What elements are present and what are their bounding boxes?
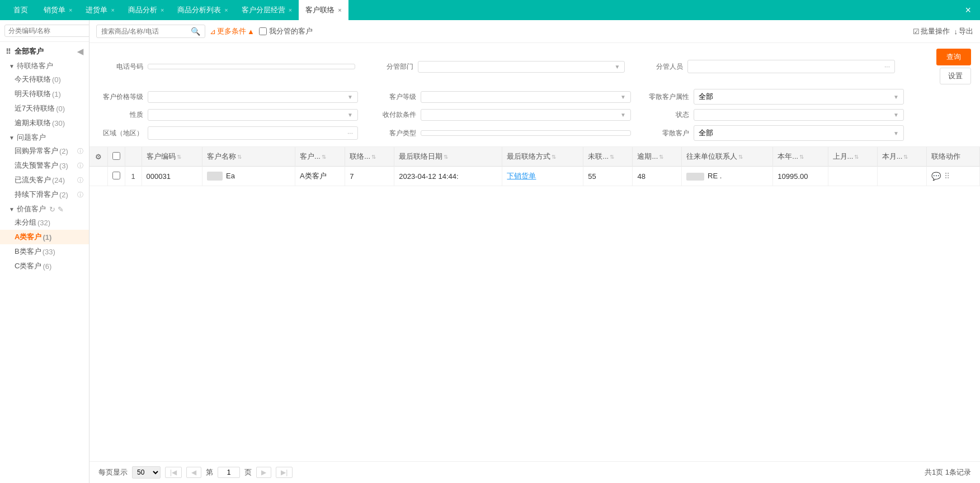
close-purchase-tab[interactable]: ×	[111, 7, 114, 13]
filter-person-input[interactable]: ···	[687, 60, 895, 73]
close-customer-tier-tab[interactable]: ×	[289, 7, 292, 13]
sort-overdue-icon: ⇅	[659, 154, 663, 160]
sidebar-item-ungroup[interactable]: 未分组 (32)	[0, 215, 89, 230]
setting-btn[interactable]: 设置	[940, 68, 971, 84]
col-category[interactable]: 客户... ⇅	[295, 147, 345, 167]
filter-customer-grade-select[interactable]: ▼	[421, 91, 631, 103]
retail-cust-arrow-icon: ▼	[893, 130, 899, 136]
col-gear[interactable]: ⚙	[89, 147, 107, 167]
refresh-value-icon[interactable]: ↻	[49, 205, 55, 214]
filter-retail-customer-select[interactable]: 全部 ▼	[694, 125, 904, 141]
batch-op-btn[interactable]: ☑ 批量操作	[913, 26, 950, 36]
info-icon-declining[interactable]: ⓘ	[77, 191, 83, 199]
filter-status-select[interactable]: ▼	[694, 109, 904, 121]
filter-customer-type-input[interactable]	[421, 130, 631, 136]
sort-contact-icon: ⇅	[371, 154, 376, 160]
col-this-month[interactable]: 本月... ⇅	[877, 147, 926, 167]
my-customers-checkbox[interactable]	[259, 27, 267, 35]
close-product-list-tab[interactable]: ×	[224, 7, 228, 13]
sidebar-item-today[interactable]: 今天待联络 (0)	[0, 72, 89, 87]
filter-retail-attr-select[interactable]: 全部 ▼	[694, 89, 904, 105]
table-header: ⚙ 客户编码 ⇅	[89, 147, 980, 167]
query-btn[interactable]: 查询	[936, 49, 971, 65]
select-all-checkbox[interactable]	[112, 152, 120, 160]
table-scroll[interactable]: ⚙ 客户编码 ⇅	[89, 147, 980, 461]
row-checkbox[interactable]	[112, 172, 120, 179]
col-last-method[interactable]: 最后联络方式 ⇅	[502, 147, 583, 167]
group-problem-customers[interactable]: ▼ 问题客户	[0, 130, 89, 144]
filter-price-grade-select[interactable]: ▼	[148, 91, 358, 103]
sidebar-item-class-a[interactable]: A类客户 (1)	[0, 230, 89, 244]
filter-payment-select[interactable]: ▼	[421, 109, 631, 121]
chat-icon[interactable]: 💬	[931, 172, 941, 181]
filter-dept-select[interactable]: ▼	[418, 61, 625, 73]
nav-purchase[interactable]: 进货单 ×	[79, 0, 121, 20]
filter-search-input[interactable]	[101, 27, 191, 35]
filter-search-icon[interactable]: 🔍	[191, 27, 200, 36]
nav-sales[interactable]: 销货单 ×	[37, 0, 79, 20]
filter-phone-input[interactable]	[148, 64, 355, 69]
close-sales-tab[interactable]: ×	[69, 7, 72, 13]
close-customer-contact-tab[interactable]: ×	[338, 7, 341, 13]
group-value-customers[interactable]: ▼ 价值客户 ↻ ✎	[0, 202, 89, 215]
filter-payment: 收付款条件 ▼	[371, 109, 631, 121]
table-row: 1 000031 Ea A类客户 7 2023-04-12 14:44:	[89, 167, 980, 186]
sidebar-item-class-b[interactable]: B类客户 (33)	[0, 244, 89, 259]
nav-product-list[interactable]: 商品分析列表 ×	[171, 0, 234, 20]
first-page-btn[interactable]: |◀	[165, 467, 182, 478]
sidebar-collapse-btn[interactable]: ◀	[77, 47, 83, 56]
sidebar-item-churned[interactable]: 已流失客户 (24) ⓘ	[0, 173, 89, 187]
col-this-year[interactable]: 本年... ⇅	[773, 147, 828, 167]
info-icon-churned[interactable]: ⓘ	[77, 176, 83, 184]
close-all-tabs[interactable]: ×	[960, 4, 976, 16]
export-btn[interactable]: ↓ 导出	[954, 26, 974, 36]
col-last-date[interactable]: 最后联络日期 ⇅	[394, 147, 502, 167]
table-container: ⚙ 客户编码 ⇅	[89, 147, 980, 483]
more-filters-label: 更多条件	[217, 26, 246, 36]
per-page-select[interactable]: 50 100 200	[132, 466, 161, 479]
col-unit-contact[interactable]: 往来单位联系人 ⇅	[682, 147, 773, 167]
col-contact[interactable]: 联络... ⇅	[345, 147, 394, 167]
my-customers-filter[interactable]: 我分管的客户	[259, 26, 313, 36]
prev-page-btn[interactable]: ◀	[186, 467, 201, 478]
filter-customer-grade: 客户等级 ▼	[371, 91, 631, 103]
sidebar-item-class-c[interactable]: C类客户 (6)	[0, 259, 89, 273]
info-icon-repurchase[interactable]: ⓘ	[77, 147, 83, 155]
info-icon-churn-warning[interactable]: ⓘ	[77, 162, 83, 170]
nav-product-analysis[interactable]: 商品分析 ×	[121, 0, 171, 20]
group-pending-contact[interactable]: ▼ 待联络客户	[0, 59, 89, 72]
row-last-month	[828, 167, 877, 186]
col-last-month[interactable]: 上月... ⇅	[828, 147, 877, 167]
filter-bar: 🔍 ⊿ 更多条件 ▲ 我分管的客户 ☑ 批量操作	[89, 20, 980, 43]
filter-phone: 电话号码	[98, 62, 355, 72]
page-input[interactable]	[218, 467, 240, 478]
filter-nature-select[interactable]: ▼	[148, 109, 358, 121]
close-product-analysis-tab[interactable]: ×	[161, 7, 164, 13]
col-uncontacted[interactable]: 未联... ⇅	[583, 147, 633, 167]
sidebar-item-declining[interactable]: 持续下滑客户 (2) ⓘ	[0, 187, 89, 202]
sidebar-item-repurchase-abnormal[interactable]: 回购异常客户 (2) ⓘ	[0, 144, 89, 158]
sidebar-item-7days[interactable]: 近7天待联络 (0)	[0, 101, 89, 116]
qr-icon[interactable]: ⠿	[944, 172, 950, 181]
filter-region-input[interactable]: ···	[148, 126, 358, 140]
sidebar-item-churn-warning[interactable]: 流失预警客户 (3) ⓘ	[0, 158, 89, 173]
more-filters-btn[interactable]: ⊿ 更多条件 ▲	[210, 26, 255, 36]
sidebar-search-input[interactable]	[4, 25, 89, 37]
sidebar-item-overdue[interactable]: 逾期未联络 (30)	[0, 116, 89, 130]
last-method-link[interactable]: 下销货单	[507, 172, 536, 180]
sidebar-item-tomorrow[interactable]: 明天待联络 (1)	[0, 87, 89, 101]
next-page-btn[interactable]: ▶	[256, 467, 271, 478]
table-body: 1 000031 Ea A类客户 7 2023-04-12 14:44:	[89, 167, 980, 186]
col-action: 联络动作	[926, 147, 979, 167]
top-nav: 首页 销货单 × 进货单 × 商品分析 × 商品分析列表 × 客户分层经营 × …	[0, 0, 980, 20]
nav-customer-contact[interactable]: 客户联络 ×	[299, 0, 348, 20]
nav-home[interactable]: 首页	[4, 0, 37, 20]
region-dots-icon: ···	[347, 129, 353, 137]
nav-customer-tier[interactable]: 客户分层经营 ×	[235, 0, 299, 20]
col-overdue[interactable]: 逾期... ⇅	[633, 147, 682, 167]
filter-region-label: 区域（地区）	[98, 129, 143, 138]
last-page-btn[interactable]: ▶|	[276, 467, 293, 478]
col-code[interactable]: 客户编码 ⇅	[142, 147, 202, 167]
col-name[interactable]: 客户名称 ⇅	[202, 147, 295, 167]
edit-value-icon[interactable]: ✎	[58, 205, 64, 214]
